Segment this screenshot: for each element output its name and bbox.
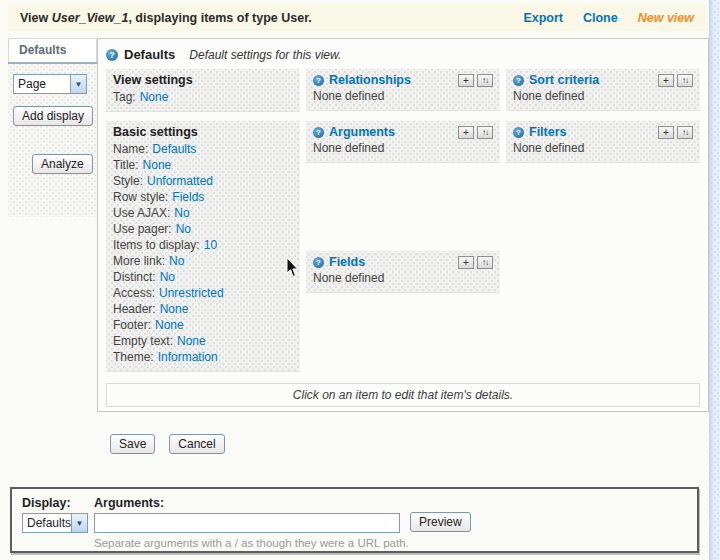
setting-value-link[interactable]: None (155, 318, 184, 332)
setting-value-link[interactable]: None (177, 334, 206, 348)
view-settings-box: View settings Tag:None (106, 69, 300, 112)
setting-label: Use pager: (113, 222, 172, 236)
fields-actions: + ↑↓ (458, 256, 493, 269)
add-icon[interactable]: + (458, 256, 474, 269)
help-icon[interactable]: ? (313, 257, 324, 268)
setting-label: Row style: (113, 190, 168, 204)
save-button[interactable]: Save (110, 434, 155, 454)
preview-arguments-input[interactable] (94, 513, 400, 533)
setting-row: More link:No (113, 253, 293, 269)
setting-label: Footer: (113, 318, 151, 332)
sort-criteria-status: None defined (513, 89, 693, 104)
add-icon[interactable]: + (658, 74, 674, 87)
setting-label: Name: (113, 142, 148, 156)
help-icon[interactable]: ? (106, 49, 118, 61)
export-link[interactable]: Export (523, 11, 563, 25)
setting-value-link[interactable]: None (140, 90, 169, 104)
sort-criteria-title-link[interactable]: Sort criteria (529, 73, 599, 87)
setting-label: More link: (113, 254, 165, 268)
form-actions: Save Cancel (110, 434, 225, 454)
setting-label: Access: (113, 286, 155, 300)
sort-criteria-actions: + ↑↓ (658, 74, 693, 87)
preview-help-text: Separate arguments with a / as though th… (94, 537, 409, 549)
setting-label: Header: (113, 302, 156, 316)
display-type-value: Page (14, 75, 70, 93)
add-icon[interactable]: + (458, 126, 474, 139)
fields-header: ? Fields + ↑↓ (313, 255, 493, 269)
setting-row: Use AJAX:No (113, 205, 293, 221)
view-settings-rows: Tag:None (113, 89, 293, 105)
panel-heading: Defaults (124, 47, 175, 62)
filters-title-link[interactable]: Filters (529, 125, 567, 139)
setting-value-link[interactable]: No (169, 254, 184, 268)
setting-value-link[interactable]: 10 (204, 238, 217, 252)
preview-arguments-label: Arguments: (94, 496, 164, 510)
preview-button[interactable]: Preview (410, 512, 471, 532)
display-sidebar: Defaults Page ▼ Add display Analyze (8, 38, 97, 217)
relationships-title-link[interactable]: Relationships (329, 73, 411, 87)
setting-label: Title: (113, 158, 139, 172)
setting-label: Empty text: (113, 334, 173, 348)
setting-value-link[interactable]: Information (158, 350, 218, 364)
settings-grid: View settings Tag:None ? Relationships +… (98, 67, 708, 374)
filters-actions: + ↑↓ (658, 126, 693, 139)
relationships-actions: + ↑↓ (458, 74, 493, 87)
page-title: View User_View_1, displaying items of ty… (20, 11, 312, 25)
sort-criteria-box: ? Sort criteria + ↑↓ None defined (506, 69, 700, 111)
setting-row: Row style:Fields (113, 189, 293, 205)
rearrange-icon[interactable]: ↑↓ (477, 126, 493, 139)
setting-row: Use pager:No (113, 221, 293, 237)
help-icon[interactable]: ? (513, 75, 524, 86)
help-icon[interactable]: ? (513, 127, 524, 138)
setting-value-link[interactable]: None (160, 302, 189, 316)
view-edit-panel: ? Defaults Default settings for this vie… (97, 38, 709, 412)
cancel-button[interactable]: Cancel (169, 434, 224, 454)
setting-value-link[interactable]: No (160, 270, 175, 284)
relationships-status: None defined (313, 89, 493, 104)
preview-display-select[interactable]: Defaults ▼ (22, 513, 88, 533)
arguments-title-link[interactable]: Arguments (329, 125, 395, 139)
live-preview-panel: Display: Arguments: Defaults ▼ Preview S… (10, 487, 699, 553)
view-name: User_View_1 (52, 11, 129, 25)
analyze-button[interactable]: Analyze (32, 154, 93, 174)
rearrange-icon[interactable]: ↑↓ (677, 74, 693, 87)
help-icon[interactable]: ? (313, 75, 324, 86)
setting-row: Empty text:None (113, 333, 293, 349)
add-icon[interactable]: + (458, 74, 474, 87)
rearrange-icon[interactable]: ↑↓ (477, 256, 493, 269)
display-type-select[interactable]: Page ▼ (13, 74, 87, 94)
rearrange-icon[interactable]: ↑↓ (677, 126, 693, 139)
basic-settings-rows: Name:Defaults Title:None Style:Unformatt… (113, 141, 293, 365)
filters-header: ? Filters + ↑↓ (513, 125, 693, 139)
setting-value-link[interactable]: Unformatted (147, 174, 213, 188)
tab-defaults[interactable]: Defaults (8, 38, 97, 62)
setting-value-link[interactable]: None (143, 158, 172, 172)
fields-title-link[interactable]: Fields (329, 255, 365, 269)
fields-status: None defined (313, 271, 493, 286)
new-view-link[interactable]: New view (638, 11, 694, 25)
fields-box: ? Fields + ↑↓ None defined (306, 251, 500, 293)
setting-label: Items to display: (113, 238, 200, 252)
title-prefix: View (20, 11, 52, 25)
setting-row: Theme:Information (113, 349, 293, 365)
clone-link[interactable]: Clone (583, 11, 618, 25)
add-icon[interactable]: + (658, 126, 674, 139)
setting-value-link[interactable]: Defaults (152, 142, 196, 156)
add-display-button[interactable]: Add display (13, 106, 93, 126)
filters-status: None defined (513, 141, 693, 156)
rearrange-icon[interactable]: ↑↓ (477, 74, 493, 87)
setting-value-link[interactable]: Fields (172, 190, 204, 204)
help-icon[interactable]: ? (313, 127, 324, 138)
filters-box: ? Filters + ↑↓ None defined (506, 121, 700, 163)
view-settings-title: View settings (113, 73, 193, 87)
setting-value-link[interactable]: No (176, 222, 191, 236)
edit-hint: Click on an item to edit that item's det… (106, 383, 700, 407)
setting-label: Tag: (113, 90, 136, 104)
preview-display-value: Defaults (23, 514, 71, 532)
setting-value-link[interactable]: No (174, 206, 189, 220)
setting-row: Name:Defaults (113, 141, 293, 157)
relationships-header: ? Relationships + ↑↓ (313, 73, 493, 87)
basic-settings-box: Basic settings Name:Defaults Title:None … (106, 121, 300, 372)
setting-value-link[interactable]: Unrestricted (159, 286, 224, 300)
setting-row: Title:None (113, 157, 293, 173)
